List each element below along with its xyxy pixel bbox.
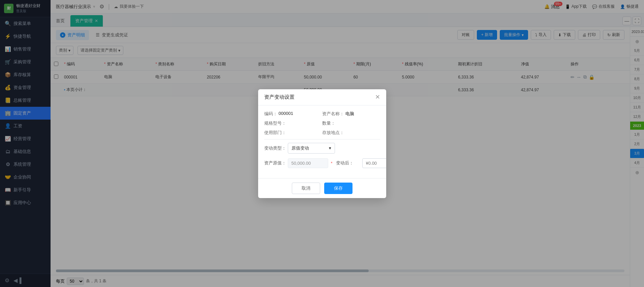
modal-asset-name-value: 电脑: [345, 111, 354, 117]
modal-asset-name-cell: 资产名称： 电脑: [322, 111, 380, 117]
modal-department-label: 使用部门：: [264, 130, 286, 136]
modal-change-type-label: 变动类型：: [264, 145, 288, 151]
modal-quantity-cell: 数量：: [322, 120, 380, 126]
modal-code-value: 000001: [279, 111, 293, 117]
modal-original-value-input: [288, 158, 328, 168]
modal-code-cell: 编码： 000001: [264, 111, 322, 117]
modal-storage-label: 存放地点：: [322, 130, 344, 136]
modal-asset-name-label: 资产名称：: [322, 111, 344, 117]
modal-department-cell: 使用部门：: [264, 130, 322, 136]
modal-original-value-label: 资产原值：: [264, 160, 288, 166]
modal-info-row2: 规格型号： 数量：: [264, 120, 380, 126]
modal-original-value-row: 资产原值： * 变动后：: [264, 158, 380, 168]
asset-change-modal: 资产变动设置 ✕ 编码： 000001 资产名称： 电脑 规格型号：: [258, 89, 386, 198]
modal-overlay: 资产变动设置 ✕ 编码： 000001 资产名称： 电脑 规格型号：: [0, 0, 644, 287]
modal-storage-cell: 存放地点：: [322, 130, 380, 136]
modal-spec-label: 规格型号：: [264, 120, 286, 126]
modal-change-type-select[interactable]: 原值变动 ▾: [288, 143, 335, 154]
modal-change-type-value: 原值变动: [292, 145, 309, 151]
modal-header: 资产变动设置 ✕: [258, 89, 386, 105]
modal-change-type-field: 原值变动 ▾: [288, 143, 380, 154]
modal-close-btn[interactable]: ✕: [375, 94, 380, 100]
required-star: *: [331, 161, 333, 166]
modal-info-row3: 使用部门： 存放地点：: [264, 130, 380, 136]
modal-quantity-label: 数量：: [322, 120, 335, 126]
modal-save-btn[interactable]: 保存: [324, 183, 352, 194]
modal-change-type-row: 变动类型： 原值变动 ▾: [264, 143, 380, 154]
modal-cancel-btn[interactable]: 取消: [292, 183, 320, 194]
modal-info-row1: 编码： 000001 资产名称： 电脑: [264, 111, 380, 117]
modal-title: 资产变动设置: [264, 94, 295, 100]
modal-code-label: 编码：: [264, 111, 277, 117]
modal-footer: 取消 保存: [258, 178, 386, 198]
modal-original-value-field: * 变动后：: [288, 158, 386, 168]
modal-after-change-input[interactable]: [362, 158, 386, 168]
modal-after-change-label: 变动后：: [336, 160, 360, 166]
change-type-chevron-icon: ▾: [329, 146, 331, 151]
modal-body: 编码： 000001 资产名称： 电脑 规格型号： 数量：: [258, 105, 386, 178]
modal-spec-cell: 规格型号：: [264, 120, 322, 126]
modal-divider: [264, 139, 380, 139]
